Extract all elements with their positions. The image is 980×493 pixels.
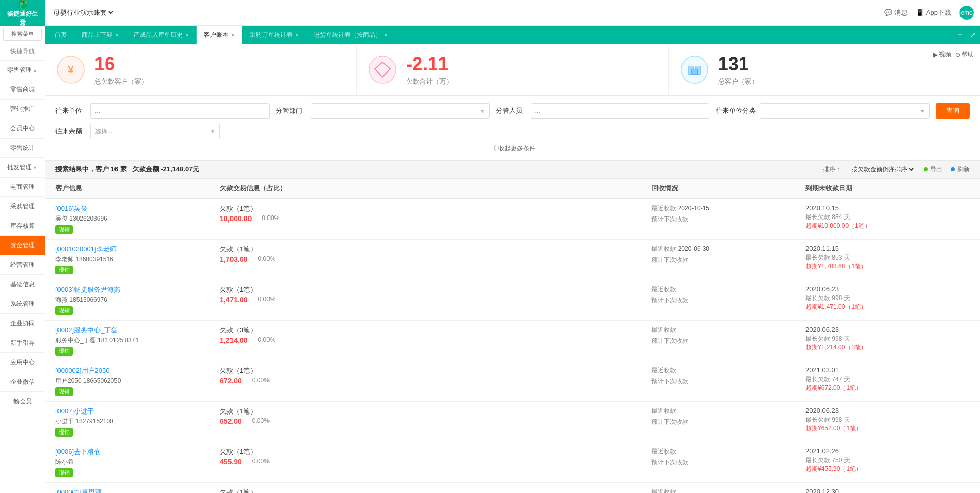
- filter-select-dept[interactable]: ▼: [311, 103, 490, 119]
- overdue-amount-3[interactable]: 超期¥1,214.00（3笔）: [805, 343, 970, 352]
- download-icon: 📱: [916, 9, 924, 16]
- customer-code-1[interactable]: [0001020001]李老师: [55, 245, 220, 254]
- tab-customer-account[interactable]: 客户账本 ✕: [197, 26, 242, 44]
- refresh-button[interactable]: 刷新: [951, 165, 970, 174]
- table-row: [000002]用户2050 用户2050 18665062050 现销 欠款（…: [45, 361, 980, 402]
- overdue-amount-4[interactable]: 超期¥672.00（1笔）: [805, 384, 970, 392]
- tab-home[interactable]: 首页: [47, 26, 74, 44]
- main-area: 母婴行业演示账套 💬 消息 📱 App下载 demo2 首页: [45, 0, 980, 493]
- search-button[interactable]: 查询: [936, 103, 970, 119]
- tab-production-history[interactable]: 产成品入库单历史 ✕: [126, 26, 197, 44]
- tab-close-product-listing[interactable]: ✕: [114, 32, 119, 38]
- table-row: [0016]吴俊 吴俊 13026203696 现销 欠款（1笔） 10,000…: [45, 199, 980, 240]
- collection-info-0: 最近收款 2020-10-15 预计下次收款: [651, 204, 805, 224]
- debt-amount-1: 1,703.68: [220, 255, 248, 263]
- sidebar-item-retail-mall[interactable]: 零售商城: [0, 80, 45, 100]
- sidebar-item-wholesale[interactable]: 批发管理▼: [0, 158, 45, 178]
- filter-input-unit[interactable]: ...: [90, 103, 270, 119]
- sidebar-item-member[interactable]: 会员中心: [0, 119, 45, 139]
- customer-code-2[interactable]: [0003]畅捷服务尹海燕: [55, 285, 220, 294]
- sidebar-item-retail-mgmt[interactable]: 零售管理▲: [0, 61, 45, 80]
- sidebar-item-guide[interactable]: 新手引导: [0, 333, 45, 353]
- tab-product-listing[interactable]: 商品上下架 ✕: [74, 26, 126, 44]
- tab-purchase-by-product[interactable]: 进货单统计表（按商品） ✕: [306, 26, 395, 44]
- overdue-date-3: 2020.06.23: [805, 326, 970, 333]
- company-select[interactable]: 母婴行业演示账套: [51, 8, 115, 17]
- debt-count-5: 欠款（1笔）: [220, 407, 651, 416]
- video-action[interactable]: ▶ 视频: [933, 50, 951, 59]
- tab-minimize-button[interactable]: －: [954, 29, 966, 41]
- sidebar-item-marketing[interactable]: 营销推广: [0, 100, 45, 119]
- overdue-date-7: 2020.12.30: [805, 488, 970, 493]
- customer-name-0: 吴俊 13026203696: [55, 214, 220, 223]
- sidebar-item-purchase[interactable]: 采购管理: [0, 197, 45, 216]
- sidebar-item-system[interactable]: 系统管理: [0, 294, 45, 314]
- tab-close-production-history[interactable]: ✕: [185, 32, 189, 38]
- filter-select-balance[interactable]: 选择... ▼: [90, 124, 220, 139]
- sidebar-item-enterprise[interactable]: 企业协同: [0, 314, 45, 333]
- avatar[interactable]: demo2: [959, 6, 974, 20]
- customer-code-0[interactable]: [0016]吴俊: [55, 204, 220, 213]
- overdue-amount-2[interactable]: 超期¥1,471.00（1笔）: [805, 303, 970, 311]
- refresh-icon: [951, 167, 955, 171]
- sidebar-item-inventory[interactable]: 库存核算: [0, 216, 45, 236]
- debt-ratio-4: 0.00%: [252, 377, 270, 384]
- overdue-amount-6[interactable]: 超期¥455.90（1笔）: [805, 465, 970, 474]
- sidebar-item-operation[interactable]: 经营管理: [0, 255, 45, 275]
- customer-code-4[interactable]: [000002]用户2050: [55, 366, 220, 376]
- filter-input-person[interactable]: ...: [531, 103, 710, 119]
- table-row: [0002]服务中心_丁磊 服务中心_丁磊 181 0125 8371 现销 欠…: [45, 321, 980, 361]
- stat-label-total-customers: 总客户（家）: [718, 77, 970, 86]
- sidebar-item-ecommerce[interactable]: 电商管理: [0, 178, 45, 197]
- overdue-amount-5[interactable]: 超期¥652.00（1笔）: [805, 424, 970, 433]
- tab-close-purchase-by-product[interactable]: ✕: [383, 32, 388, 38]
- overdue-days-4: 最长欠款 747 天: [805, 375, 970, 384]
- customer-info-5: [0007]小进干 小进干 18279152100 现销: [55, 407, 220, 437]
- customer-tag-6: 现销: [55, 468, 73, 477]
- table-row: [0003]畅捷服务尹海燕 海燕 18513066976 现销 欠款（1笔） 1…: [45, 280, 980, 321]
- debt-count-1: 欠款（1笔）: [220, 245, 651, 254]
- customer-code-3[interactable]: [0002]服务中心_丁磊: [55, 326, 220, 335]
- tab-close-customer-account[interactable]: ✕: [230, 32, 235, 38]
- message-button[interactable]: 💬 消息: [884, 8, 908, 17]
- sidebar-item-member-plus[interactable]: 畅会员: [0, 392, 45, 411]
- collection-info-4: 最近收款 预计下次收款: [651, 366, 805, 386]
- sidebar-item-finance[interactable]: 资金管理: [0, 236, 45, 255]
- tab-maximize-button[interactable]: ⤢: [968, 30, 978, 40]
- filter-select-category[interactable]: ▼: [760, 103, 930, 119]
- tab-close-purchase-stats[interactable]: ✕: [295, 32, 299, 38]
- building-icon: [679, 54, 710, 85]
- customer-name-3: 服务中心_丁磊 181 0125 8371: [55, 336, 220, 345]
- customer-info-6: [0006]去下粮仓 陈小希 现销: [55, 447, 220, 477]
- overdue-info-0: 2020.10.15 最长欠款 884 天 超期¥10,000.00（1笔）: [805, 204, 970, 230]
- sidebar-item-basic-info[interactable]: 基础信息: [0, 275, 45, 294]
- overdue-date-4: 2021.03.01: [805, 366, 970, 374]
- sort-select[interactable]: 按欠款金额倒序排序: [850, 165, 915, 173]
- help-action[interactable]: ⊙ 帮助: [955, 50, 974, 59]
- filter-label-balance: 往来余额: [55, 127, 86, 136]
- export-button[interactable]: 导出: [924, 165, 943, 174]
- sidebar-item-app-center[interactable]: 应用中心: [0, 353, 45, 372]
- debt-amount-5: 652.00: [220, 417, 242, 425]
- debt-row-4: 672.00 0.00%: [220, 376, 651, 385]
- app-download-button[interactable]: 📱 App下载: [916, 8, 951, 17]
- overdue-days-5: 最长欠款 998 天: [805, 416, 970, 424]
- customer-code-7[interactable]: [000001]黄思源: [55, 488, 220, 493]
- customer-code-5[interactable]: [0007]小进干: [55, 407, 220, 416]
- chevron-down-icon2: ▼: [920, 108, 925, 114]
- tab-purchase-stats[interactable]: 采购订单统计表 ✕: [242, 26, 306, 44]
- overdue-amount-1[interactable]: 超期¥1,703.68（1笔）: [805, 262, 970, 271]
- collection-info-2: 最近收款 预计下次收款: [651, 285, 805, 305]
- sidebar-item-wechat[interactable]: 企业微信: [0, 372, 45, 392]
- col-header-debt: 欠款交易信息（占比）: [220, 184, 651, 193]
- debt-row-5: 652.00 0.00%: [220, 416, 651, 425]
- customer-code-6[interactable]: [0006]去下粮仓: [55, 447, 220, 457]
- collapse-filter-button[interactable]: 《 收起更多条件: [55, 144, 970, 153]
- debt-ratio-5: 0.00%: [252, 417, 270, 424]
- debt-amount-3: 1,214.00: [220, 336, 248, 344]
- debt-info-0: 欠款（1笔） 10,000.00 0.00%: [220, 204, 651, 223]
- overdue-amount-0[interactable]: 超期¥10,000.00（1笔）: [805, 222, 970, 230]
- search-menu-button[interactable]: 搜索菜单: [3, 28, 42, 41]
- sidebar-item-retail-stats[interactable]: 零售统计: [0, 139, 45, 158]
- overdue-days-1: 最长欠款 853 天: [805, 253, 970, 262]
